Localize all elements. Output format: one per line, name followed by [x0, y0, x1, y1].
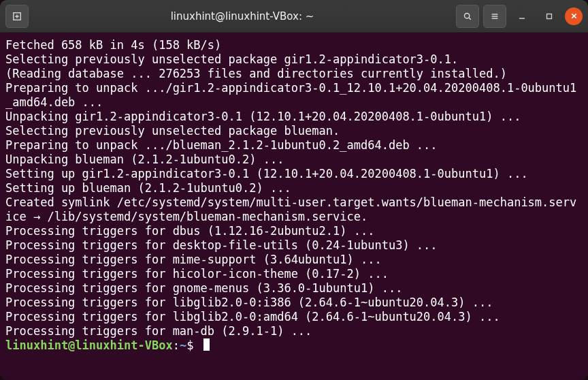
- terminal-output[interactable]: Fetched 658 kB in 4s (158 kB/s)Selecting…: [0, 33, 588, 380]
- terminal-line: Selecting previously unselected package …: [5, 52, 583, 67]
- terminal-line: Processing triggers for gnome-menus (3.3…: [5, 281, 583, 296]
- terminal-line: (Reading database ... 276253 files and d…: [5, 67, 583, 81]
- terminal-line: Unpacking blueman (2.1.2-1ubuntu0.2) ...: [5, 153, 583, 167]
- terminal-line: Processing triggers for mime-support (3.…: [5, 253, 583, 267]
- cursor: [203, 338, 210, 351]
- window-title: linuxhint@linuxhint-VBox: ~: [29, 10, 456, 22]
- hamburger-icon: [490, 12, 500, 21]
- terminal-line: Processing triggers for desktop-file-uti…: [5, 238, 583, 253]
- terminal-line: Setting up blueman (2.1.2-1ubuntu0.2) ..…: [5, 181, 583, 195]
- prompt-path: ~: [180, 338, 186, 352]
- minimize-icon: [518, 12, 526, 20]
- minimize-button[interactable]: [510, 7, 534, 25]
- terminal-line: Preparing to unpack .../blueman_2.1.2-1u…: [5, 138, 583, 153]
- terminal-line: Setting up gir1.2-appindicator3-0.1 (12.…: [5, 167, 583, 181]
- terminal-line: Fetched 658 kB in 4s (158 kB/s): [5, 38, 583, 52]
- titlebar-left: [5, 5, 29, 28]
- prompt-symbol: $: [186, 338, 200, 352]
- close-button[interactable]: [565, 7, 583, 25]
- search-button[interactable]: [456, 5, 479, 28]
- titlebar-right: [456, 5, 583, 28]
- menu-button[interactable]: [483, 5, 506, 28]
- terminal-line: Processing triggers for dbus (1.12.16-2u…: [5, 224, 583, 238]
- titlebar: linuxhint@linuxhint-VBox: ~: [0, 0, 588, 33]
- new-tab-icon: [12, 12, 22, 21]
- terminal-line: Preparing to unpack .../gir1.2-appindica…: [5, 81, 583, 110]
- terminal-line: Created symlink /etc/systemd/system/mult…: [5, 195, 583, 224]
- close-icon: [570, 12, 578, 20]
- search-icon: [463, 12, 472, 21]
- terminal-line: Processing triggers for man-db (2.9.1-1)…: [5, 324, 583, 338]
- terminal-line: Processing triggers for libglib2.0-0:amd…: [5, 310, 583, 324]
- svg-point-3: [464, 13, 469, 18]
- terminal-line: Processing triggers for libglib2.0-0:i38…: [5, 296, 583, 310]
- prompt-user: linuxhint@linuxhint-VBox: [5, 338, 173, 352]
- terminal-prompt[interactable]: linuxhint@linuxhint-VBox:~$: [5, 338, 583, 353]
- svg-rect-9: [547, 14, 552, 18]
- svg-line-4: [469, 17, 471, 19]
- maximize-icon: [545, 12, 553, 20]
- terminal-line: Processing triggers for hicolor-icon-the…: [5, 267, 583, 281]
- new-tab-button[interactable]: [5, 5, 29, 28]
- terminal-line: Unpacking gir1.2-appindicator3-0.1 (12.1…: [5, 110, 583, 124]
- prompt-sep: :: [173, 338, 180, 352]
- maximize-button[interactable]: [538, 7, 561, 25]
- terminal-line: Selecting previously unselected package …: [5, 124, 583, 138]
